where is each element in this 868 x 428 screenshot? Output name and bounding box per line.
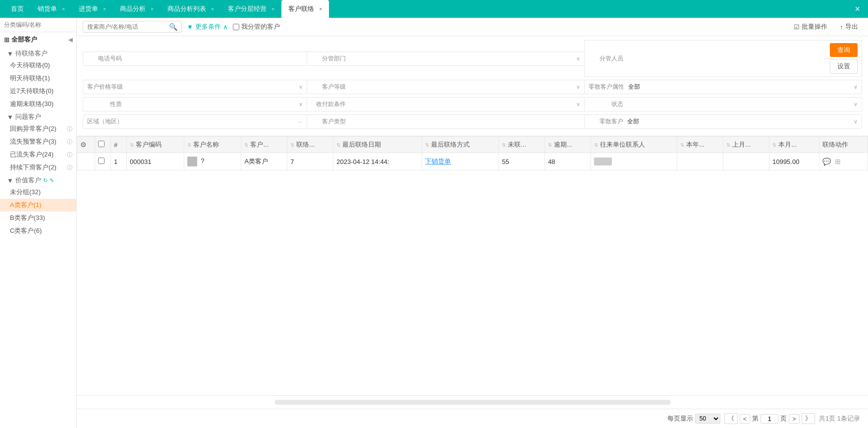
nav-home[interactable]: 首页 — [4, 0, 31, 18]
sidebar-search-box[interactable]: 🔍 — [0, 18, 76, 32]
th-overdue[interactable]: ⇅逾期... — [545, 137, 591, 153]
close-purchase-icon[interactable]: × — [103, 6, 106, 12]
sidebar-all-customers[interactable]: ⊞ 全部客户 ◀ — [0, 32, 76, 47]
filter-scatter-attr[interactable]: 零散客户属性 全部∨ — [584, 80, 862, 94]
sidebar-item-c-class[interactable]: C类客户(6) — [0, 224, 76, 237]
section-pending-contact[interactable]: ▼ 待联络客户 — [0, 47, 76, 59]
export-btn[interactable]: ↑ 导出 — [836, 21, 863, 33]
nav-purchase[interactable]: 进货单 × — [72, 0, 113, 18]
page-last-btn[interactable]: 》 — [802, 413, 815, 424]
filter-scatter-customer-select[interactable]: 全部∨ — [627, 117, 858, 126]
manager-dots[interactable]: ··· — [825, 55, 830, 62]
region-dots[interactable]: ··· — [298, 118, 303, 125]
page-number-input[interactable] — [760, 414, 778, 424]
sidebar-item-abnormal[interactable]: 回购异常客户(2)ⓘ — [0, 122, 76, 135]
page-size-selector[interactable]: 每页显示 50 100 200 — [667, 414, 720, 424]
sidebar-item-today[interactable]: 今天待联络(0) — [0, 59, 76, 72]
nav-sales[interactable]: 销货单 × — [31, 0, 72, 18]
td-code[interactable]: 000031 — [127, 153, 184, 170]
th-settings[interactable]: ⚙ — [77, 137, 95, 153]
customer-level-arrow: ∨ — [576, 84, 580, 90]
page-size-select[interactable]: 50 100 200 — [695, 414, 720, 424]
edit-icon[interactable]: ✎ — [50, 177, 54, 184]
filter-nature[interactable]: 性质 ∨ — [83, 97, 307, 111]
nav-customer-contact[interactable]: 客户联络 × — [281, 0, 329, 18]
filter-nature-select[interactable]: ∨ — [126, 101, 303, 107]
th-contact-count[interactable]: ⇅联络... — [287, 137, 333, 153]
page-next-btn[interactable]: > — [789, 414, 800, 424]
section-problem-customer[interactable]: ▼ 问题客户 — [0, 110, 76, 122]
filter-status[interactable]: 状态 ∨ — [584, 97, 862, 111]
filter-dept-select[interactable]: ∨ — [350, 55, 580, 62]
th-code[interactable]: ⇅客户编码 — [127, 137, 184, 153]
filter-scatter-customer[interactable]: 零散客户 全部∨ — [584, 114, 862, 129]
th-type[interactable]: ⇅客户... — [241, 137, 287, 153]
filter-customer-level-select[interactable]: ∨ — [350, 84, 580, 90]
filter-region[interactable]: 区域（地区） ··· — [83, 114, 307, 129]
horizontal-scrollbar[interactable] — [274, 400, 671, 405]
last-method-link[interactable]: 下销货单 — [425, 158, 451, 165]
filter-customer-type[interactable]: 客户类型 — [307, 114, 584, 129]
filter-dept[interactable]: 分管部门 ∨ — [307, 52, 584, 66]
my-customer-checkbox-label[interactable]: 我分管的客户 — [233, 22, 280, 31]
th-checkbox[interactable] — [95, 137, 111, 153]
close-product-analysis-icon[interactable]: × — [151, 6, 154, 12]
chat-icon[interactable]: 💬 — [822, 158, 831, 165]
filter-manager[interactable]: 分管人员 ··· 查询 设置 — [584, 40, 862, 77]
nav-customer-segment[interactable]: 客户分层经营 × — [221, 0, 281, 18]
close-customer-contact-icon[interactable]: × — [319, 6, 322, 12]
settings-icon[interactable]: ⚙ — [80, 141, 87, 149]
search-input[interactable] — [87, 23, 169, 30]
td-checkbox[interactable] — [95, 153, 111, 170]
filter-more-btn[interactable]: ▼ 更多条件 ∧ — [187, 22, 228, 31]
page-first-btn[interactable]: 《 — [724, 413, 738, 424]
sidebar-search-input[interactable] — [4, 21, 77, 28]
sidebar-item-a-class[interactable]: A类客户(1) — [0, 199, 76, 212]
window-close-button[interactable]: × — [851, 4, 864, 14]
filter-customer-level[interactable]: 客户等级 ∨ — [307, 80, 584, 94]
close-customer-segment-icon[interactable]: × — [271, 6, 274, 12]
refresh-icon[interactable]: ↻ — [43, 177, 48, 184]
filter-scatter-attr-select[interactable]: 全部∨ — [628, 83, 858, 91]
row-checkbox[interactable] — [98, 158, 105, 164]
th-this-year[interactable]: ⇅本年... — [677, 137, 723, 153]
toolbar-search-icon[interactable]: 🔍 — [169, 23, 177, 31]
filter-phone[interactable]: 电话号码 — [83, 52, 307, 66]
filter-price-level-select[interactable]: ∨ — [127, 84, 303, 90]
search-box[interactable]: 🔍 — [83, 21, 182, 33]
sidebar-item-churned[interactable]: 已流失客户(24)ⓘ — [0, 148, 76, 161]
section-value-customer[interactable]: ▼ 价值客户 ↻ ✎ — [0, 174, 76, 186]
my-customer-checkbox[interactable] — [233, 24, 239, 30]
th-last-method[interactable]: ⇅最后联络方式 — [422, 137, 499, 153]
sidebar-item-overdue[interactable]: 逾期未联络(30) — [0, 98, 76, 110]
close-product-list-icon[interactable]: × — [211, 6, 214, 12]
page-prev-btn[interactable]: < — [740, 414, 751, 424]
nav-product-analysis[interactable]: 商品分析 × — [113, 0, 161, 18]
query-button[interactable]: 查询 — [830, 43, 858, 57]
filter-payment[interactable]: 收付款条件 ∨ — [307, 97, 584, 111]
td-last-method[interactable]: 下销货单 — [422, 153, 499, 170]
close-sales-icon[interactable]: × — [62, 6, 65, 12]
sidebar-item-week[interactable]: 近7天待联络(0) — [0, 85, 76, 98]
filter-payment-select[interactable]: ∨ — [350, 101, 580, 107]
th-unit-contact[interactable]: ⇅往来单位联系人 — [591, 137, 677, 153]
batch-op-btn[interactable]: ☑ 批量操作 — [790, 21, 831, 33]
select-all-checkbox[interactable] — [98, 141, 105, 147]
filter-region-input[interactable]: ··· — [127, 118, 303, 125]
filter-manager-input[interactable]: ··· — [627, 55, 830, 62]
sidebar-item-declining[interactable]: 持续下滑客户(2)ⓘ — [0, 161, 76, 174]
sidebar-item-unclassified[interactable]: 未分组(32) — [0, 186, 76, 199]
th-last-month[interactable]: ⇅上月... — [723, 137, 769, 153]
filter-status-select[interactable]: ∨ — [627, 101, 858, 107]
sidebar-item-churn-warning[interactable]: 流失预警客户(3)ⓘ — [0, 135, 76, 148]
settings-button[interactable]: 设置 — [830, 59, 858, 74]
nav-product-list[interactable]: 商品分析列表 × — [161, 0, 221, 18]
filter-price-level[interactable]: 客户价格等级 ∨ — [83, 80, 307, 94]
th-last-date[interactable]: ⇅最后联络日期 — [333, 137, 422, 153]
th-this-month[interactable]: ⇅本月... — [769, 137, 819, 153]
th-name[interactable]: ⇅客户名称 — [184, 137, 241, 153]
sidebar-item-b-class[interactable]: B类客户(33) — [0, 212, 76, 224]
th-unlink-days[interactable]: ⇅未联... — [499, 137, 545, 153]
sidebar-item-tomorrow[interactable]: 明天待联络(1) — [0, 72, 76, 85]
qr-icon[interactable]: ⊞ — [835, 158, 841, 165]
